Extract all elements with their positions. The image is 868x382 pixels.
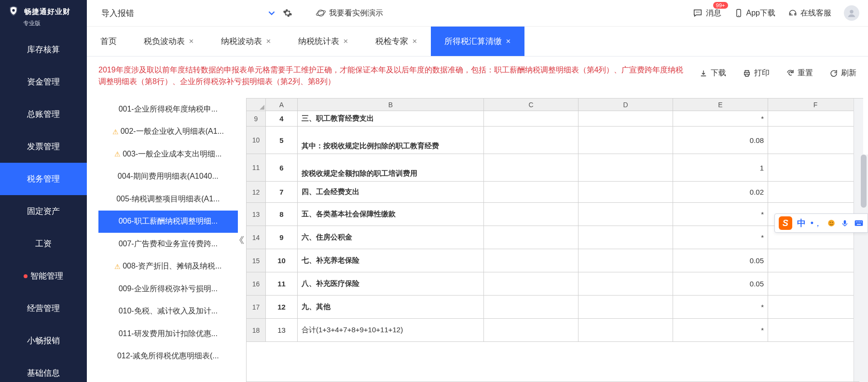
sidebar-item-7[interactable]: 智能管理 — [0, 260, 87, 292]
form-list-item-4[interactable]: 005-纳税调整项目明细表(A1... — [98, 188, 238, 211]
cell-10-E[interactable]: 0.08 — [673, 127, 768, 154]
form-list-item-8[interactable]: 009-企业所得税弥补亏损明... — [98, 278, 238, 300]
close-icon[interactable]: ✕ — [343, 38, 348, 45]
sidebar-item-10[interactable]: 基础信息 — [0, 357, 87, 382]
avatar[interactable] — [844, 5, 859, 21]
gear-icon[interactable] — [283, 8, 292, 18]
tab-5[interactable]: 所得税汇算清缴✕ — [431, 27, 524, 56]
cell-17-C[interactable] — [484, 296, 579, 318]
cell-16-A[interactable]: 11 — [266, 272, 298, 295]
tab-4[interactable]: 税检专家✕ — [362, 27, 431, 56]
cell-16-D[interactable] — [579, 272, 673, 295]
form-list-item-7[interactable]: ⚠008-资产折旧、摊销及纳税... — [98, 255, 238, 278]
cell-13-D[interactable] — [579, 203, 673, 226]
sidebar-item-1[interactable]: 资金管理 — [0, 66, 87, 98]
row-header[interactable]: 18 — [247, 319, 266, 341]
close-icon[interactable]: ✕ — [266, 38, 271, 45]
cell-18-D[interactable] — [579, 319, 673, 341]
spreadsheet-grid[interactable]: ABCDEF 94三、职工教育经费支出*105其中：按税收规定比例扣除的职工教育… — [246, 98, 863, 382]
cell-12-E[interactable]: 0.02 — [673, 182, 768, 202]
cell-18-C[interactable] — [484, 319, 579, 341]
row-header[interactable]: 14 — [247, 226, 266, 249]
sidebar-item-5[interactable]: 固定资产 — [0, 195, 87, 227]
cell-15-E[interactable]: 0.05 — [673, 249, 768, 272]
cell-10-B[interactable]: 其中：按税收规定比例扣除的职工教育经费 — [298, 127, 484, 154]
chevron-down-icon[interactable] — [268, 10, 275, 16]
app-download-button[interactable]: App下载 — [734, 8, 775, 18]
cell-9-E[interactable]: * — [673, 111, 768, 126]
cell-13-C[interactable] — [484, 203, 579, 226]
sidebar-item-4[interactable]: 税务管理 — [0, 163, 87, 195]
row-header[interactable]: 9 — [247, 111, 266, 126]
form-list-item-3[interactable]: 004-期间费用明细表(A1040... — [98, 166, 238, 188]
form-list-item-1[interactable]: ⚠002-一般企业收入明细表(A1... — [98, 121, 238, 143]
cell-14-E[interactable]: * — [673, 226, 768, 249]
cell-14-C[interactable] — [484, 226, 579, 249]
form-list-item-0[interactable]: 001-企业所得税年度纳税申... — [98, 98, 238, 121]
column-header-B[interactable]: B — [298, 99, 484, 111]
row-header[interactable]: 16 — [247, 272, 266, 295]
cell-14-D[interactable] — [579, 226, 673, 249]
sidebar-item-6[interactable]: 工资 — [0, 227, 87, 260]
print-button[interactable]: 打印 — [743, 68, 770, 78]
row-header[interactable]: 17 — [247, 296, 266, 318]
tab-3[interactable]: 纳税统计表✕ — [285, 27, 362, 56]
row-header[interactable]: 12 — [247, 182, 266, 202]
cell-10-D[interactable] — [579, 127, 673, 154]
row-header[interactable]: 15 — [247, 249, 266, 272]
cell-18-A[interactable]: 13 — [266, 319, 298, 341]
close-icon[interactable]: ✕ — [189, 38, 194, 45]
form-list-item-2[interactable]: ⚠003-一般企业成本支出明细... — [98, 143, 238, 166]
form-list-item-9[interactable]: 010-免税、减计收入及加计... — [98, 300, 238, 323]
ime-punct-icon[interactable]: •， — [811, 217, 822, 229]
cell-17-F[interactable] — [768, 296, 863, 318]
cell-11-C[interactable] — [484, 154, 579, 181]
tab-0[interactable]: 首页 — [87, 27, 130, 56]
download-button[interactable]: 下载 — [699, 68, 726, 78]
sidebar-item-9[interactable]: 小畅报销 — [0, 325, 87, 357]
cell-15-D[interactable] — [579, 249, 673, 272]
cell-15-F[interactable] — [768, 249, 863, 272]
cell-13-A[interactable]: 8 — [266, 203, 298, 226]
row-header[interactable]: 13 — [247, 203, 266, 226]
ime-keyboard-icon[interactable] — [854, 219, 864, 227]
page-vertical-scrollbar[interactable] — [859, 155, 868, 382]
cell-11-A[interactable]: 6 — [266, 154, 298, 181]
sidebar-item-2[interactable]: 总账管理 — [0, 98, 87, 130]
messages-button[interactable]: 消息 99+ — [692, 8, 721, 18]
cell-11-D[interactable] — [579, 154, 673, 181]
cell-9-A[interactable]: 4 — [266, 111, 298, 126]
cell-16-F[interactable] — [768, 272, 863, 295]
cell-9-D[interactable] — [579, 111, 673, 126]
close-icon[interactable]: ✕ — [412, 38, 417, 45]
column-header-A[interactable]: A — [266, 99, 298, 111]
cell-15-A[interactable]: 10 — [266, 249, 298, 272]
cell-10-F[interactable] — [768, 127, 863, 154]
cell-17-A[interactable]: 12 — [266, 296, 298, 318]
cell-18-E[interactable]: * — [673, 319, 768, 341]
cell-10-A[interactable]: 5 — [266, 127, 298, 154]
cell-16-E[interactable]: 0.05 — [673, 272, 768, 295]
cell-18-F[interactable] — [768, 319, 863, 341]
cell-13-E[interactable]: * — [673, 203, 768, 226]
cell-9-B[interactable]: 三、职工教育经费支出 — [298, 111, 484, 126]
column-header-D[interactable]: D — [579, 99, 673, 111]
cell-16-C[interactable] — [484, 272, 579, 295]
column-header-F[interactable]: F — [768, 99, 863, 111]
cell-12-D[interactable] — [579, 182, 673, 202]
cell-15-C[interactable] — [484, 249, 579, 272]
form-list-item-5[interactable]: 006-职工薪酬纳税调整明细... — [98, 211, 238, 233]
ime-emoji-icon[interactable] — [827, 219, 836, 227]
cell-17-D[interactable] — [579, 296, 673, 318]
cell-17-E[interactable]: * — [673, 296, 768, 318]
form-list-item-6[interactable]: 007-广告费和业务宣传费跨... — [98, 233, 238, 255]
cell-17-B[interactable]: 九、其他 — [298, 296, 484, 318]
form-list-item-11[interactable]: 012-减免所得税优惠明细表(... — [98, 345, 238, 368]
cell-12-B[interactable]: 四、工会经费支出 — [298, 182, 484, 202]
ime-voice-icon[interactable] — [840, 219, 849, 227]
cell-11-E[interactable]: 1 — [673, 154, 768, 181]
row-header[interactable]: 11 — [247, 154, 266, 181]
cell-11-B[interactable]: 按税收规定全额扣除的职工培训费用 — [298, 154, 484, 181]
reset-button[interactable]: 重置 — [786, 68, 813, 78]
cell-9-F[interactable] — [768, 111, 863, 126]
